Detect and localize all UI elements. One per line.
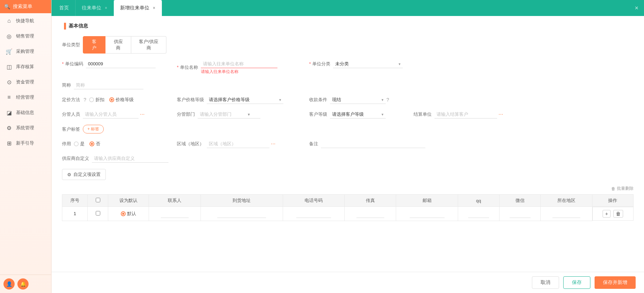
tag-row: 客户标签 + 标签 <box>62 125 634 133</box>
basic-icon: ◪ <box>6 109 13 116</box>
tab-bar: 首页 往来单位 × 新增往来单位 × × <box>52 0 644 16</box>
row-contact-input[interactable] <box>161 210 189 218</box>
sidebar-avatar[interactable]: 👤 <box>3 278 15 290</box>
row-address-input[interactable] <box>217 210 266 218</box>
type-btn-supplier[interactable]: 供应商 <box>105 36 132 54</box>
sidebar-item-label: 销售管理 <box>16 33 34 39</box>
disabled-label: 停用 <box>62 141 71 147</box>
batch-delete-button[interactable]: 🗑 批量删除 <box>611 186 634 192</box>
payment-terms-help-icon[interactable]: ? <box>386 97 389 103</box>
sidebar-item-guide[interactable]: ⊞ 新手引导 <box>0 136 51 151</box>
unit-code-input[interactable] <box>86 60 156 68</box>
sales-icon: ◎ <box>6 33 13 40</box>
tab-contacts-label: 往来单位 <box>82 5 101 11</box>
sidebar-item-inventory[interactable]: ◫ 库存核算 <box>0 59 51 74</box>
sidebar-item-purchase[interactable]: 🛒 采购管理 <box>0 44 51 59</box>
sidebar-item-basic[interactable]: ◪ 基础信息 <box>0 105 51 120</box>
manager-more-btn[interactable]: ··· <box>139 111 146 117</box>
row-fax-cell <box>345 207 396 221</box>
row-phone-input[interactable] <box>296 210 331 218</box>
sidebar-item-system[interactable]: ⚙ 系统管理 <box>0 120 51 136</box>
unit-name-label: 单位名称 <box>177 64 198 71</box>
add-tag-button[interactable]: + 标签 <box>83 125 104 133</box>
col-header-contact: 联系人 <box>149 195 201 207</box>
pricing-help-icon[interactable]: ? <box>84 97 86 103</box>
sidebar-item-sales[interactable]: ◎ 销售管理 <box>0 29 51 44</box>
unit-code-label: 单位编码 <box>62 61 83 67</box>
row-add-button[interactable]: + <box>603 210 610 218</box>
payment-terms-select[interactable]: 现结 <box>330 96 386 104</box>
col-header-phone: 电话号码 <box>283 195 344 207</box>
sidebar-item-finance[interactable]: ⊙ 资金管理 <box>0 74 51 90</box>
customer-level-label: 客户等级 <box>309 111 327 117</box>
custom-settings-button[interactable]: ⚙ 自定义项设置 <box>62 169 106 180</box>
area-input[interactable] <box>207 140 269 148</box>
sidebar-item-label: 系统管理 <box>16 125 34 131</box>
short-name-input[interactable] <box>74 81 143 89</box>
settlement-more-btn[interactable]: ··· <box>497 111 504 117</box>
col-header-area: 所在地区 <box>541 195 592 207</box>
tab-new-contact-close[interactable]: × <box>153 6 155 10</box>
customer-price-select[interactable]: 请选择客户价格等级 <box>207 96 283 104</box>
sidebar-item-label: 快捷导航 <box>16 18 34 24</box>
type-btn-customer[interactable]: 客户 <box>83 36 105 54</box>
area-more-btn[interactable]: ··· <box>269 141 277 147</box>
settlement-label: 结算单位 <box>414 111 432 117</box>
unit-name-input[interactable] <box>201 60 277 68</box>
row-fax-input[interactable] <box>356 210 384 218</box>
save-new-button[interactable]: 保存并新增 <box>595 276 636 289</box>
type-btn-both[interactable]: 客户/供应商 <box>131 36 166 54</box>
cancel-button[interactable]: 取消 <box>532 276 559 289</box>
row-delete-button[interactable]: 🗑 <box>613 210 623 218</box>
note-input[interactable] <box>321 140 425 148</box>
pricing-radio-group: 折扣 价格等级 <box>89 97 134 103</box>
sidebar-item-operations[interactable]: ≡ 经营管理 <box>0 90 51 105</box>
tab-contacts[interactable]: 往来单位 × <box>76 0 114 16</box>
tag-label: 客户标签 <box>62 126 80 132</box>
disabled-no-option[interactable]: 否 <box>89 141 100 147</box>
sidebar-item-label: 资金管理 <box>16 79 34 85</box>
pricing-discount-option[interactable]: 折扣 <box>89 97 104 103</box>
pricing-level-option[interactable]: 价格等级 <box>109 97 134 103</box>
sidebar-item-quick-nav[interactable]: ⌂ 快捷导航 <box>0 13 51 29</box>
tab-new-contact[interactable]: 新增往来单位 × <box>114 0 162 16</box>
col-header-index: 序号 <box>62 195 88 207</box>
manager-row: 分管人员 ··· 分管部门 ▾ 客户等级 请选择客户等级 <box>62 110 634 119</box>
manager-input[interactable] <box>83 110 139 119</box>
select-all-checkbox[interactable] <box>96 198 100 202</box>
window-close-button[interactable]: × <box>629 5 644 12</box>
supplier-custom-row: 供应商自定义 <box>62 154 634 163</box>
row-default-radio-item[interactable]: 默认 <box>112 211 145 217</box>
section-title: ▐ 基本信息 <box>62 23 634 29</box>
row-email-input[interactable] <box>410 210 445 218</box>
unit-type-row: 单位类型 客户 供应商 客户/供应商 <box>62 36 634 54</box>
batch-delete-area: 🗑 批量删除 <box>62 186 634 192</box>
unit-type-label: 单位类型 <box>62 42 80 48</box>
row-checkbox[interactable] <box>96 211 100 215</box>
tab-home[interactable]: 首页 <box>53 0 76 16</box>
col-header-email: 邮箱 <box>396 195 458 207</box>
manager-item: 分管人员 ··· <box>62 110 177 119</box>
department-item: 分管部门 ▾ <box>177 110 309 119</box>
customer-level-select[interactable]: 请选择客户等级 <box>330 110 386 119</box>
save-button[interactable]: 保存 <box>563 276 590 289</box>
unit-category-select[interactable]: 未分类 <box>333 60 403 68</box>
row-phone-cell <box>283 207 344 221</box>
pricing-discount-label: 折扣 <box>95 97 104 103</box>
row-wechat-input[interactable] <box>510 210 531 218</box>
settlement-input[interactable] <box>434 110 497 119</box>
department-input[interactable] <box>198 110 260 119</box>
disabled-yes-radio <box>74 141 79 146</box>
unit-type-item: 单位类型 客户 供应商 客户/供应商 <box>62 36 166 54</box>
supplier-custom-input[interactable] <box>92 154 168 163</box>
sidebar-search[interactable]: 🔍 搜索菜单 <box>0 0 51 13</box>
payment-terms-item: 收款条件 现结 ? <box>309 96 414 104</box>
row-area-input[interactable] <box>552 210 580 218</box>
row-qq-input[interactable] <box>468 210 489 218</box>
sidebar-item-label: 经营管理 <box>16 94 34 100</box>
operations-icon: ≡ <box>6 94 13 101</box>
sidebar-notification[interactable]: 🔔 <box>17 278 29 290</box>
customer-level-select-wrapper: 请选择客户等级 <box>330 110 386 119</box>
tab-contacts-close[interactable]: × <box>105 6 107 10</box>
disabled-yes-option[interactable]: 是 <box>74 141 85 147</box>
